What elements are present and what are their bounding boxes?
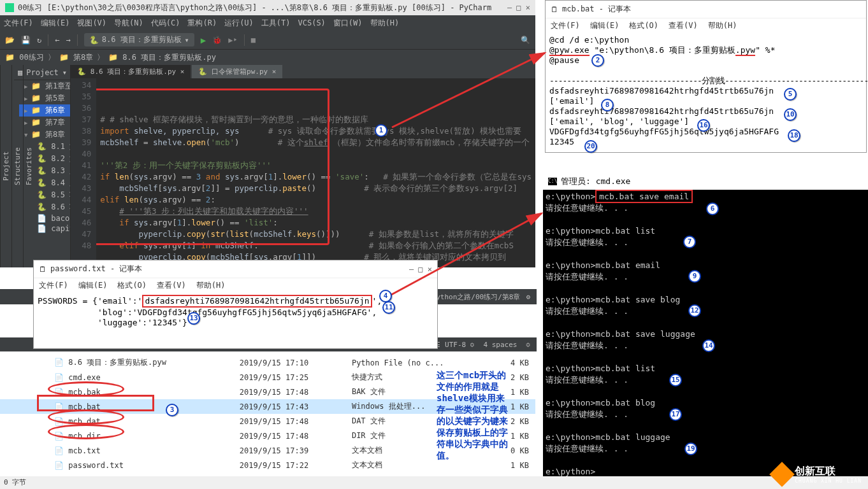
window-controls[interactable]: — □ ×: [507, 0, 530, 15]
gutter: 34 35 36 37 38 39 40 41 42 43 44 45 46 4…: [71, 78, 96, 276]
bubble-13: 13: [187, 312, 200, 325]
annotation-circle-dir: [48, 424, 124, 439]
bubble-19: 19: [684, 443, 697, 455]
bubble-12: 12: [688, 304, 701, 317]
menu-item[interactable]: 编辑(E): [590, 20, 619, 31]
run-button[interactable]: ▶: [201, 35, 206, 45]
menu-item[interactable]: 文件(F): [39, 280, 68, 291]
cmd-content[interactable]: e:\python>mcb.bat save email请按任意键继续. . .…: [543, 190, 868, 479]
annotation-box-bat: [37, 395, 154, 411]
svg-line-1: [389, 213, 542, 296]
pycharm-title: 00练习 [E:\python\30之后\0030程序语言\python之路\0…: [18, 0, 491, 15]
cmd-window: C:\ 管理员: cmd.exe e:\python>mcb.bat save …: [543, 173, 868, 488]
file-row[interactable]: 📄 8.6 项目：多重剪贴板.pyw2019/9/15 17:10Python …: [0, 355, 535, 370]
cmd-title: 管理员: cmd.exe: [561, 176, 630, 187]
editor-tab[interactable]: 🐍 8.6 项目：多重剪贴板.py ×: [71, 65, 191, 78]
blue-annotation-text: 这三个mcb开头的文件的作用就是shelve模块用来存一些类似于字典的以关键字为…: [437, 369, 513, 461]
menu-item[interactable]: 帮助(H): [370, 18, 400, 29]
notepad-pwd-window: 🗒 password.txt - 记事本 — □ × 文件(F)编辑(E)格式(…: [33, 260, 438, 349]
stop-icon[interactable]: ■: [251, 36, 256, 45]
menu-item[interactable]: 运行(U): [224, 18, 254, 29]
menu-item[interactable]: 代码(C): [151, 18, 180, 29]
search-icon[interactable]: 🔍: [521, 36, 530, 45]
run-config[interactable]: 🐍 8.6 项目：多重剪贴板 ▾: [84, 33, 194, 46]
arrow-code-to-bat: [389, 48, 554, 131]
cmd-icon: C:\: [548, 178, 557, 185]
bubble-6: 6: [706, 202, 719, 215]
annotation-box-1: [96, 89, 329, 245]
pycharm-toolbar[interactable]: 📂 💾 ↻ ← → 🐍 8.6 项目：多重剪贴板 ▾ ▶ 🐞 ▶‣ ■ 🔍: [0, 31, 535, 50]
notepad-icon: 🗒: [39, 265, 47, 274]
menu-item[interactable]: 重构(R): [187, 18, 217, 29]
refresh-icon[interactable]: ↻: [37, 36, 41, 45]
menu-item[interactable]: 文件(F): [551, 20, 580, 31]
bubble-14: 14: [702, 339, 715, 352]
bubble-5: 5: [784, 88, 797, 101]
more-icon[interactable]: ▶‣: [228, 36, 237, 45]
bubble-10: 10: [784, 108, 797, 121]
menu-item[interactable]: 工具(T): [261, 18, 291, 29]
menu-item[interactable]: 查看(V): [669, 20, 698, 31]
bubble-18: 18: [788, 129, 800, 142]
pycharm-titlebar: 00练习 [E:\python\30之后\0030程序语言\python之路\0…: [0, 0, 535, 15]
bubble-8: 8: [601, 99, 614, 111]
bubble-15: 15: [669, 374, 682, 386]
notepad-pwd-content[interactable]: PSSWORDS = {'email':'dsfadsreyhti7689870…: [34, 292, 437, 330]
menu-item[interactable]: 格式(O): [629, 20, 658, 31]
notepad-bat-menubar[interactable]: 文件(F)编辑(E)格式(O)查看(V)帮助(H): [546, 18, 866, 32]
bubble-11: 11: [382, 301, 395, 314]
bubble-17: 17: [669, 408, 682, 421]
brand-logo: 创新互联CHUANG XIN HU LIAN: [773, 465, 862, 484]
pycharm-icon: [5, 3, 14, 12]
bubble-7: 7: [683, 236, 696, 248]
menu-item[interactable]: 编辑(E): [78, 280, 108, 291]
bubble-4: 4: [379, 290, 392, 302]
menu-item[interactable]: 帮助(H): [196, 280, 226, 291]
favorites-tooltab[interactable]: Favorites: [23, 65, 34, 267]
bubble-1: 1: [375, 124, 387, 137]
bubble-16: 16: [697, 119, 710, 132]
notepad-bat-title: mcb.bat - 记事本: [562, 4, 631, 15]
notepad-bat-content[interactable]: @cd /d e:\python @pyw.exe "e:\python\8.6…: [546, 32, 866, 150]
bubble-2: 2: [591, 54, 604, 67]
bubble-20: 20: [584, 140, 597, 153]
menu-item[interactable]: 帮助(H): [708, 20, 737, 31]
menu-item[interactable]: 导航(N): [114, 18, 143, 29]
menu-item[interactable]: 查看(V): [157, 280, 186, 291]
fwd-icon[interactable]: →: [66, 36, 70, 45]
debug-button[interactable]: 🐞: [212, 36, 222, 45]
open-icon[interactable]: 📂: [5, 36, 15, 45]
notepad-bat-titlebar: 🗒 mcb.bat - 记事本: [546, 1, 866, 18]
menu-item[interactable]: 文件(F): [4, 18, 33, 29]
project-tooltab[interactable]: Project: [0, 65, 11, 267]
arrow-code-to-cmd: [386, 210, 551, 299]
svg-line-0: [392, 53, 545, 127]
notepad-pwd-titlebar: 🗒 password.txt - 记事本 — □ ×: [34, 260, 437, 278]
annotation-circle-dat: [48, 409, 124, 425]
pycharm-menubar[interactable]: 文件(F)编辑(E)视图(V)导航(N)代码(C)重构(R)运行(U)工具(T)…: [0, 15, 535, 31]
notepad-pwd-title: password.txt - 记事本: [50, 264, 142, 274]
structure-tooltab[interactable]: Structure: [11, 65, 23, 267]
back-icon[interactable]: ←: [55, 36, 59, 45]
bubble-3: 3: [166, 404, 178, 416]
sidebar-tool-tabs[interactable]: Project Structure Favorites: [0, 65, 14, 267]
menu-item[interactable]: 视图(V): [77, 18, 106, 29]
save-icon[interactable]: 💾: [21, 36, 31, 45]
menu-item[interactable]: 格式(O): [117, 280, 147, 291]
notepad-pwd-menubar[interactable]: 文件(F)编辑(E)格式(O)查看(V)帮助(H): [34, 278, 437, 292]
cmd-titlebar: C:\ 管理员: cmd.exe: [543, 173, 868, 190]
brand-logo-icon: [769, 462, 795, 487]
notepad-icon: 🗒: [551, 5, 558, 14]
menu-item[interactable]: VCS(S): [298, 18, 326, 27]
menu-item[interactable]: 窗口(W): [333, 18, 363, 29]
menu-item[interactable]: 编辑(E): [41, 18, 70, 29]
explorer-statusbar: 0 字节: [0, 476, 868, 489]
editor-tab[interactable]: 🐍 口令保管箱pw.py ×: [192, 65, 282, 78]
bubble-9: 9: [688, 270, 701, 283]
